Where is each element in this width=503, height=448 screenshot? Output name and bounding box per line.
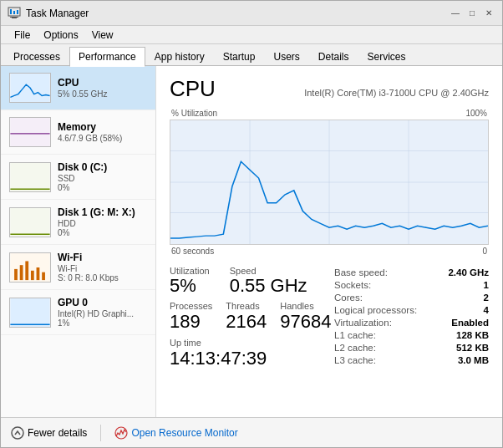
speed-value: 0.55 GHz: [230, 276, 307, 296]
threads-value: 2164: [226, 311, 267, 333]
disk0-sidebar-sub: SSD0%: [58, 174, 147, 192]
wifi-info: Wi-Fi Wi-FiS: 0 R: 8.0 Kbps: [58, 252, 147, 283]
disk1-sidebar-title: Disk 1 (G: M: X:): [58, 206, 147, 218]
fewer-details-label: Fewer details: [28, 427, 87, 439]
app-icon: [8, 7, 21, 20]
chevron-up-icon: [11, 426, 24, 440]
fewer-details-button[interactable]: Fewer details: [11, 426, 87, 440]
bottom-bar: Fewer details Open Resource Monitor: [1, 417, 502, 447]
tab-services[interactable]: Services: [358, 47, 415, 66]
cpu-sidebar-sub: 5% 0.55 GHz: [58, 89, 147, 99]
tab-processes[interactable]: Processes: [4, 47, 69, 66]
sidebar-item-memory[interactable]: Memory 4.6/7.9 GB (58%): [1, 110, 155, 155]
menu-file[interactable]: File: [8, 28, 37, 43]
handles-label: Handles: [280, 301, 331, 311]
task-manager-window: Task Manager — □ ✕ File Options View Pro…: [0, 0, 503, 448]
l1-row: L1 cache: 128 KB: [334, 330, 489, 340]
title-controls: — □ ✕: [449, 7, 495, 20]
sidebar-item-cpu[interactable]: CPU 5% 0.55 GHz: [1, 66, 155, 110]
sidebar: CPU 5% 0.55 GHz Memory 4.6/7.9 GB (58%): [1, 66, 156, 417]
tab-app-history[interactable]: App history: [145, 47, 214, 66]
sidebar-item-disk0[interactable]: Disk 0 (C:) SSD0%: [1, 155, 155, 200]
svg-rect-14: [31, 270, 34, 279]
gpu0-mini-chart: [10, 298, 50, 327]
sidebar-item-gpu0[interactable]: GPU 0 Intel(R) HD Graphi...1%: [1, 290, 155, 335]
left-stats: Utilization 5% Speed 0.55 GHz Process: [170, 266, 334, 369]
base-speed-label: Base speed:: [334, 267, 388, 277]
sidebar-item-disk1[interactable]: Disk 1 (G: M: X:) HDD0%: [1, 200, 155, 245]
tab-startup[interactable]: Startup: [214, 47, 265, 66]
processes-block: Processes 189: [170, 301, 212, 333]
cpu-header: CPU Intel(R) Core(TM) i3-7100U CPU @ 2.4…: [170, 76, 489, 102]
speed-block: Speed 0.55 GHz: [230, 266, 307, 296]
l2-row: L2 cache: 512 KB: [334, 343, 489, 353]
chart-section: % Utilization 100%: [170, 109, 489, 256]
stats-row-1: Utilization 5% Speed 0.55 GHz Process: [170, 266, 489, 369]
cpu-panel-subtitle: Intel(R) Core(TM) i3-7100U CPU @ 2.40GHz: [304, 88, 489, 98]
uptime-label: Up time: [170, 338, 334, 348]
sidebar-item-wifi[interactable]: Wi-Fi Wi-FiS: 0 R: 8.0 Kbps: [1, 245, 155, 290]
cpu-chart-svg: [170, 120, 488, 244]
svg-point-26: [115, 427, 127, 439]
memory-mini-chart: [10, 118, 50, 146]
sockets-row: Sockets: 1: [334, 280, 489, 290]
svg-rect-4: [13, 11, 15, 14]
disk1-info: Disk 1 (G: M: X:) HDD0%: [58, 206, 147, 237]
uptime-value: 14:13:47:39: [170, 348, 334, 369]
svg-rect-8: [10, 163, 49, 191]
wifi-thumb: [9, 252, 51, 283]
open-resource-monitor-button[interactable]: Open Resource Monitor: [114, 426, 237, 440]
memory-info: Memory 4.6/7.9 GB (58%): [58, 121, 147, 143]
resource-monitor-icon: [114, 426, 128, 440]
sockets-label: Sockets:: [334, 280, 371, 290]
wifi-sidebar-sub: Wi-FiS: 0 R: 8.0 Kbps: [58, 264, 147, 283]
processes-label: Processes: [170, 301, 212, 311]
y-max: 100%: [465, 109, 487, 118]
threads-label: Threads: [226, 301, 267, 311]
minimize-button[interactable]: —: [449, 7, 462, 20]
menu-options[interactable]: Options: [37, 28, 84, 43]
disk1-sidebar-sub: HDD0%: [58, 219, 147, 237]
logical-label: Logical processors:: [334, 305, 417, 315]
title-text: Task Manager: [26, 8, 89, 19]
wifi-mini-chart: [10, 253, 50, 282]
bottom-divider: [100, 425, 101, 441]
maximize-button[interactable]: □: [465, 7, 479, 20]
handles-block: Handles 97684: [280, 301, 331, 333]
memory-sidebar-title: Memory: [58, 121, 147, 133]
svg-rect-7: [10, 118, 49, 146]
tab-details[interactable]: Details: [309, 47, 358, 66]
x-right: 0: [482, 247, 487, 256]
y-label: % Utilization: [171, 109, 217, 118]
virt-row: Virtualization: Enabled: [334, 318, 489, 328]
cores-value: 2: [484, 293, 489, 303]
tab-users[interactable]: Users: [264, 47, 308, 66]
l3-label: L3 cache:: [334, 355, 376, 365]
util-speed-row: Utilization 5% Speed 0.55 GHz: [170, 266, 334, 296]
tab-bar: Processes Performance App history Startu…: [1, 44, 502, 66]
svg-rect-12: [20, 265, 23, 280]
menu-view[interactable]: View: [85, 28, 120, 43]
svg-rect-5: [17, 10, 18, 14]
l1-value: 128 KB: [456, 330, 489, 340]
cpu-thumb: [9, 73, 51, 103]
disk1-mini-chart: [10, 208, 50, 237]
logical-value: 4: [484, 305, 489, 315]
svg-point-25: [12, 427, 23, 439]
close-button[interactable]: ✕: [482, 7, 495, 20]
cpu-main-panel: CPU Intel(R) Core(TM) i3-7100U CPU @ 2.4…: [156, 66, 502, 417]
l3-row: L3 cache: 3.0 MB: [334, 355, 489, 365]
logical-row: Logical processors: 4: [334, 305, 489, 315]
disk0-mini-chart: [10, 163, 50, 191]
menu-bar: File Options View: [1, 26, 502, 44]
disk1-thumb: [9, 207, 51, 237]
svg-rect-11: [14, 268, 18, 279]
title-bar-left: Task Manager: [8, 7, 89, 20]
l3-value: 3.0 MB: [458, 355, 489, 365]
base-speed-row: Base speed: 2.40 GHz: [334, 267, 489, 277]
tab-performance[interactable]: Performance: [69, 47, 145, 67]
disk0-sidebar-title: Disk 0 (C:): [58, 161, 147, 173]
base-speed-value: 2.40 GHz: [448, 267, 489, 277]
threads-block: Threads 2164: [226, 301, 267, 333]
svg-rect-3: [10, 9, 12, 14]
